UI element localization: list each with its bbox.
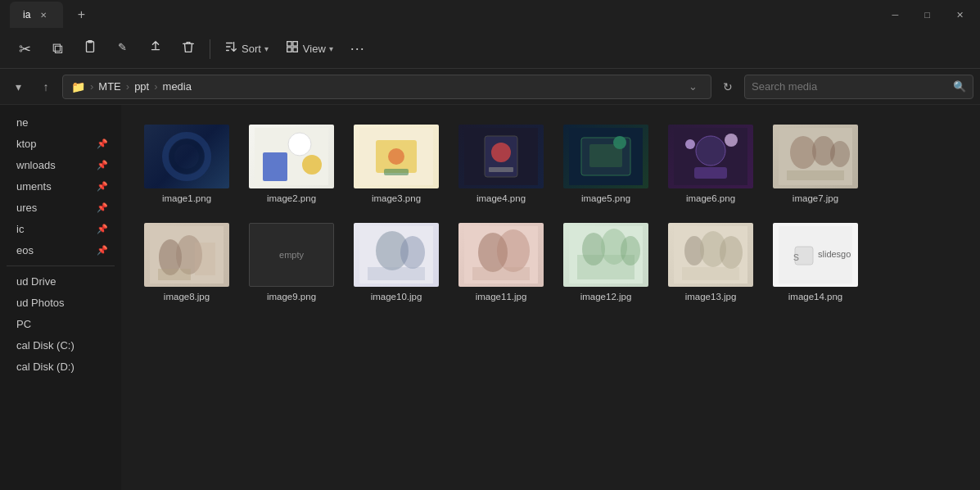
svg-rect-5 xyxy=(287,48,291,52)
svg-point-46 xyxy=(497,229,530,272)
sidebar-item-label: cal Disk (D:) xyxy=(16,361,75,373)
sort-button[interactable]: Sort ▾ xyxy=(217,34,275,64)
file-name: image11.jpg xyxy=(476,292,527,302)
svg-rect-27 xyxy=(694,167,727,179)
svg-rect-4 xyxy=(293,42,297,46)
file-name: image4.png xyxy=(476,193,526,203)
address-chevron-icon[interactable]: ⌄ xyxy=(683,77,702,97)
sidebar-item-home[interactable]: ne xyxy=(3,112,118,133)
file-thumbnail: s slidesgo xyxy=(773,223,858,287)
paste-button[interactable] xyxy=(75,34,105,64)
copy-button[interactable]: ⧉ xyxy=(43,34,72,64)
file-item[interactable]: image6.png xyxy=(662,118,760,210)
sidebar: ne ktop 📌 wnloads 📌 uments 📌 ures 📌 xyxy=(0,105,121,490)
svg-text:slidesgo: slidesgo xyxy=(818,249,851,259)
svg-rect-43 xyxy=(368,267,425,280)
file-item[interactable]: image7.jpg xyxy=(766,118,865,210)
sidebar-item-videos[interactable]: eos 📌 xyxy=(3,240,118,261)
file-thumbnail xyxy=(458,125,544,188)
search-bar[interactable]: 🔍 xyxy=(744,75,973,99)
svg-point-15 xyxy=(388,148,404,165)
sidebar-item-drive-c[interactable]: cal Disk (C:) xyxy=(3,335,118,356)
file-thumbnail xyxy=(668,125,753,188)
more-icon: ··· xyxy=(350,40,365,57)
sidebar-item-cloud-photos[interactable]: ud Photos xyxy=(3,293,118,313)
view-button[interactable]: View ▾ xyxy=(278,34,340,64)
svg-rect-34 xyxy=(787,170,844,180)
minimize-button[interactable]: ─ xyxy=(886,7,905,23)
file-item[interactable]: image4.png xyxy=(452,118,550,210)
file-item[interactable]: image12.jpg xyxy=(557,216,655,308)
svg-rect-11 xyxy=(263,152,287,181)
file-item[interactable]: image11.jpg xyxy=(452,216,550,308)
svg-rect-39 xyxy=(195,243,215,275)
tab-close-button[interactable]: ✕ xyxy=(37,8,50,21)
file-item[interactable]: image2.png xyxy=(242,118,341,210)
svg-text:✎: ✎ xyxy=(118,42,127,53)
file-item[interactable]: image3.png xyxy=(347,118,445,210)
svg-point-28 xyxy=(685,139,695,149)
sidebar-item-desktop[interactable]: ktop 📌 xyxy=(3,134,118,154)
sidebar-item-documents[interactable]: uments 📌 xyxy=(3,176,118,197)
file-thumbnail xyxy=(668,223,753,287)
file-name: image12.jpg xyxy=(580,292,632,302)
breadcrumb-media[interactable]: media xyxy=(163,80,192,93)
sidebar-item-cloud-drive[interactable]: ud Drive xyxy=(3,271,118,292)
file-item[interactable]: image5.png xyxy=(557,118,655,210)
paste-icon xyxy=(83,39,97,58)
breadcrumb-ppt[interactable]: ppt xyxy=(134,80,149,93)
file-thumbnail xyxy=(354,125,439,188)
svg-point-33 xyxy=(830,141,850,167)
sidebar-item-this-pc[interactable]: PC xyxy=(3,314,118,334)
file-name: image13.jpg xyxy=(685,292,737,302)
more-options-button[interactable]: ··· xyxy=(343,34,373,64)
sidebar-item-pictures[interactable]: ures 📌 xyxy=(3,197,118,218)
sidebar-item-drive-d[interactable]: cal Disk (D:) xyxy=(3,356,118,377)
file-item[interactable]: s slidesgo image14.png xyxy=(766,216,865,308)
view-icon xyxy=(285,39,300,58)
address-folder-icon: 📁 xyxy=(71,80,85,93)
file-item[interactable]: image13.jpg xyxy=(662,216,760,308)
rename-button[interactable]: ✎ xyxy=(108,34,138,64)
svg-rect-38 xyxy=(158,269,191,280)
file-name: image6.png xyxy=(686,193,735,203)
file-item[interactable]: empty image9.png xyxy=(242,216,341,308)
delete-icon xyxy=(181,39,196,58)
sidebar-item-label: uments xyxy=(16,180,52,193)
pin-icon: 📌 xyxy=(97,202,108,213)
file-name: image14.png xyxy=(788,292,843,302)
file-item[interactable]: image10.jpg xyxy=(347,216,445,308)
nav-dropdown-icon: ▾ xyxy=(16,80,21,93)
maximize-button[interactable]: □ xyxy=(918,7,937,23)
share-button[interactable] xyxy=(141,34,170,64)
sidebar-item-label: ne xyxy=(16,116,28,129)
search-icon[interactable]: 🔍 xyxy=(953,80,966,93)
nav-dropdown-button[interactable]: ▾ xyxy=(7,75,29,98)
tab-strip: ia ✕ + xyxy=(10,2,93,28)
active-tab[interactable]: ia ✕ xyxy=(10,2,63,28)
file-thumbnail xyxy=(144,223,229,287)
sidebar-item-music[interactable]: ic 📌 xyxy=(3,219,118,239)
nav-up-button[interactable]: ↑ xyxy=(34,75,57,98)
svg-point-8 xyxy=(172,142,201,171)
sidebar-item-downloads[interactable]: wnloads 📌 xyxy=(3,155,118,175)
file-item[interactable]: image8.jpg xyxy=(138,216,236,308)
search-input[interactable] xyxy=(752,80,948,93)
close-button[interactable]: ✕ xyxy=(950,7,970,24)
toolbar: ✂ ⧉ ✎ Sort ▾ View ▾ ··· xyxy=(0,29,980,69)
svg-rect-47 xyxy=(472,267,530,280)
file-item[interactable]: image1.png xyxy=(138,118,236,210)
delete-button[interactable] xyxy=(174,34,203,64)
share-icon xyxy=(148,39,163,58)
tab-label: ia xyxy=(23,9,30,20)
new-tab-button[interactable]: + xyxy=(70,3,93,26)
address-bar[interactable]: 📁 › MTE › ppt › media ⌄ xyxy=(62,75,711,99)
file-thumbnail xyxy=(773,125,858,188)
svg-point-42 xyxy=(400,236,425,269)
svg-rect-0 xyxy=(87,42,94,52)
refresh-button[interactable]: ↻ xyxy=(716,75,739,98)
breadcrumb-mte[interactable]: MTE xyxy=(98,80,120,93)
cut-button[interactable]: ✂ xyxy=(10,34,39,64)
file-name: image7.jpg xyxy=(793,193,838,203)
view-chevron-icon: ▾ xyxy=(329,44,333,53)
